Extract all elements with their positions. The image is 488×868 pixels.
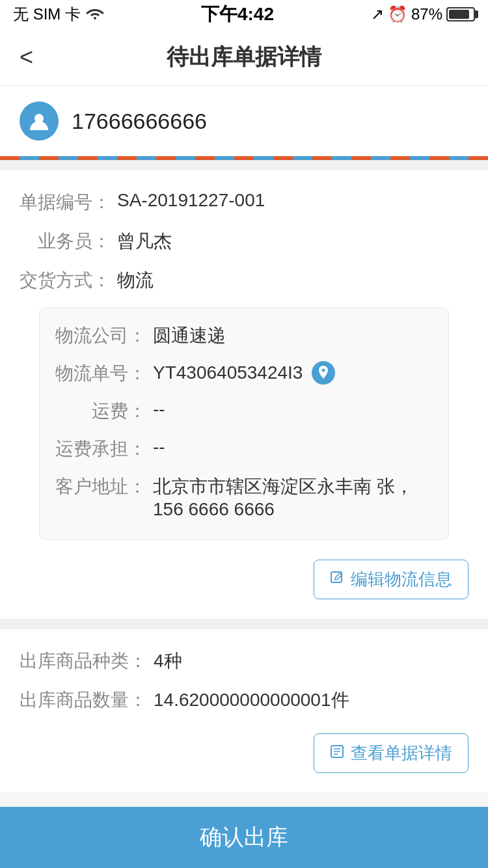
- page-title: 待出库单据详情: [167, 42, 321, 72]
- doc-staff-label: 业务员：: [20, 229, 111, 254]
- logistics-address-label: 客户地址：: [55, 474, 146, 499]
- logistics-freight-bearer-label: 运费承担：: [55, 437, 146, 461]
- back-button[interactable]: <: [20, 44, 59, 71]
- view-detail-row: 查看单据详情: [20, 727, 468, 786]
- list-doc-icon: [330, 743, 344, 763]
- logistics-freight-value: --: [153, 399, 433, 420]
- view-detail-label: 查看单据详情: [351, 742, 452, 765]
- confirm-outbound-button[interactable]: 确认出库: [0, 822, 488, 852]
- logistics-company-label: 物流公司：: [55, 323, 146, 348]
- doc-staff-value: 曾凡杰: [117, 229, 468, 254]
- logistics-tracking-row: 物流单号： YT43064053424I3: [55, 361, 433, 386]
- doc-delivery-label: 交货方式：: [20, 268, 111, 293]
- logistics-tracking-label: 物流单号：: [55, 361, 146, 386]
- logistics-card: 物流公司： 圆通速递 物流单号： YT43064053424I3 运费： -- …: [39, 307, 449, 540]
- status-bar: 无 SIM 卡 下午4:42 ↗ ⏰ 87%: [0, 0, 488, 29]
- alarm-icon: ⏰: [388, 5, 407, 23]
- customer-phone: 17666666666: [72, 109, 207, 134]
- avatar: [20, 102, 59, 141]
- section-gap-2: [0, 619, 488, 629]
- edit-logistics-label: 编辑物流信息: [351, 568, 452, 591]
- logistics-freight-label: 运费：: [55, 399, 146, 424]
- nav-bar: < 待出库单据详情: [0, 29, 488, 86]
- outbound-category-label: 出库商品种类：: [20, 649, 147, 673]
- doc-number-label: 单据编号：: [20, 190, 111, 215]
- doc-delivery-value: 物流: [117, 268, 468, 293]
- section-gap-1: [0, 160, 488, 170]
- document-info-section: 单据编号： SA-20191227-001 业务员： 曾凡杰 交货方式： 物流 …: [0, 170, 488, 619]
- logistics-company-row: 物流公司： 圆通速递: [55, 323, 433, 348]
- confirm-button-wrap: 确认出库: [0, 807, 488, 868]
- logistics-freight-bearer-value: --: [153, 437, 433, 457]
- doc-staff-row: 业务员： 曾凡杰: [20, 229, 468, 254]
- logistics-company-value: 圆通速递: [153, 323, 433, 348]
- doc-number-row: 单据编号： SA-20191227-001: [20, 190, 468, 215]
- outbound-category-row: 出库商品种类： 4种: [20, 649, 468, 673]
- battery-fill: [449, 10, 469, 19]
- status-left: 无 SIM 卡: [13, 4, 104, 25]
- outbound-quantity-row: 出库商品数量： 14.620000000000001件: [20, 688, 468, 712]
- logistics-address-row: 客户地址： 北京市市辖区海淀区永丰南 张，156 6666 6666: [55, 474, 433, 520]
- carrier-text: 无 SIM 卡: [13, 4, 81, 25]
- view-detail-button[interactable]: 查看单据详情: [314, 733, 468, 773]
- logistics-address-value: 北京市市辖区海淀区永丰南 张，156 6666 6666: [153, 474, 433, 520]
- battery-icon: [446, 7, 475, 21]
- edit-icon: [330, 571, 344, 589]
- outbound-quantity-value: 14.620000000000001件: [154, 688, 468, 712]
- logistics-tracking-value: YT43064053424I3: [153, 361, 433, 385]
- outbound-category-value: 4种: [154, 649, 468, 673]
- outbound-quantity-label: 出库商品数量：: [20, 688, 147, 712]
- edit-logistics-button[interactable]: 编辑物流信息: [314, 560, 468, 599]
- customer-header: 17666666666: [0, 86, 488, 156]
- edit-btn-row: 编辑物流信息: [20, 553, 468, 606]
- location-status-icon: ↗: [371, 5, 384, 23]
- logistics-freight-bearer-row: 运费承担： --: [55, 437, 433, 461]
- logistics-freight-row: 运费： --: [55, 399, 433, 424]
- doc-delivery-row: 交货方式： 物流: [20, 268, 468, 293]
- doc-number-value: SA-20191227-001: [117, 190, 468, 211]
- wifi-icon: [86, 5, 104, 23]
- outbound-stats-section: 出库商品种类： 4种 出库商品数量： 14.620000000000001件 查…: [0, 629, 488, 793]
- battery-percent: 87%: [411, 5, 442, 23]
- status-right: ↗ ⏰ 87%: [371, 5, 475, 23]
- map-location-icon[interactable]: [312, 361, 335, 385]
- status-time: 下午4:42: [201, 2, 274, 27]
